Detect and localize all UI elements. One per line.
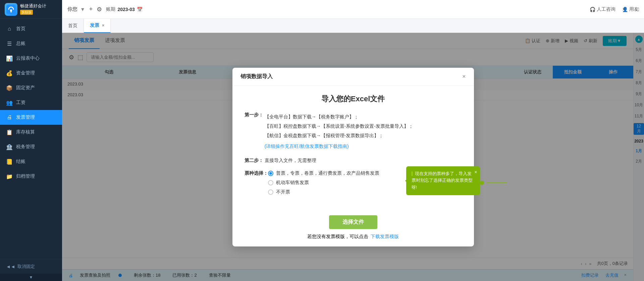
sidebar-item-funds[interactable]: 💰 资金管理 [0,66,62,80]
step2-content: 直接导入文件，无需整理 [265,158,316,164]
radio-2 [268,180,273,185]
funds-icon: 💰 [6,70,13,76]
sidebar-footer-cancel-pin[interactable]: ◄◄ 取消固定 [0,259,62,274]
radio-3 [268,189,273,195]
support-button[interactable]: 🎧 人工咨询 [590,6,615,12]
topbar: 你您 ▼ + ⚙ 账期 2023-03 📅 🎧 人工咨询 👤 用友 [62,0,644,19]
home-icon: ⌂ [6,25,13,32]
period-display: 账期 2023-03 📅 [106,6,142,12]
company-selector[interactable]: 你您 ▼ [67,6,85,12]
tab-home[interactable]: 首页 [62,19,84,33]
content-area: 销项发票 进项发票 📋 认证 ⊕ 新增 [62,33,644,281]
archive-icon: 📁 [6,173,13,180]
reports-icon: 📊 [6,55,13,62]
settings-icon[interactable]: ⚙ [97,6,102,13]
sidebar-item-tax[interactable]: 🏦 税务管理 [0,139,62,154]
sidebar-item-ledger[interactable]: ☰ 总账 [0,36,62,51]
dialog-close-button[interactable]: × [462,73,466,80]
company-dropdown-arrow: ▼ [80,6,85,12]
radio-1 [268,171,273,176]
headset-icon: 🎧 [590,7,595,12]
sidebar-item-payroll[interactable]: 👥 工资 [0,95,62,110]
sidebar-item-reports[interactable]: 📊 云报表中心 [0,51,62,66]
sidebar-item-archive[interactable]: 📁 归档管理 [0,169,62,184]
ticket-option-3[interactable]: 不开票 [268,189,379,195]
svg-point-1 [10,9,12,11]
step1-label: 第一步： [245,112,265,118]
sidebar-scroll-down[interactable]: ▼ [0,274,62,281]
sidebar-logo: 畅捷通好会计 旗舰版 [0,0,62,19]
tax-icon: 🏦 [6,144,13,150]
modal-overlay: 销项数据导入 × 导入您的Excel文件 第一步： 【全电平台】数据下载→【税务… [62,33,644,281]
step1-content: 【全电平台】数据下载→【税务数字账户】； 【百旺】税控盘数据下载→【系统设置-系… [265,112,413,151]
ledger-icon: ☰ [6,40,13,47]
indicator-dot [480,181,484,185]
ticket-option-2[interactable]: 机动车销售发票 [268,180,379,186]
window-controls: × □ [617,0,644,19]
download-template-link[interactable]: 下载发票模版 [371,234,399,239]
svg-rect-2 [10,11,12,12]
step2-label: 第二步： [245,158,265,164]
add-button[interactable]: + [89,6,93,13]
sidebar-nav: ⌂ 首页 ☰ 总账 📊 云报表中心 💰 资金管理 📦 固定资产 👥 工资 🖨 发… [0,19,62,259]
sidebar-item-home[interactable]: ⌂ 首页 [0,21,62,36]
invoice-icon: 🖨 [6,114,13,121]
dialog-title: 销项数据导入 [240,73,273,80]
tab-invoice[interactable]: 发票 × [84,19,111,33]
main-area: 你您 ▼ + ⚙ 账期 2023-03 📅 🎧 人工咨询 👤 用友 [62,0,644,281]
close-icon: 📒 [6,158,13,165]
sidebar-item-close[interactable]: 📒 结账 [0,154,62,169]
guide-link[interactable]: (详细操作见百旺/航信发票数据下载指南) [265,144,349,149]
logo-text: 畅捷通好会计 旗舰版 [20,3,46,15]
logo-icon [5,3,17,16]
dialog-header: 销项数据导入 × [232,68,474,86]
payroll-icon: 👥 [6,99,13,106]
tooltip-close[interactable]: × [474,168,477,176]
step-1: 第一步： 【全电平台】数据下载→【税务数字账户】； 【百旺】税控盘数据下载→【系… [245,112,462,151]
tooltip-bubble: 现在支持的票种多了，导入发票时别忘了选择正确的发票类型呀! × [406,166,480,195]
download-hint: 若您没有发票模版，可以点击 下载发票模版 [307,234,399,240]
sidebar-item-assets[interactable]: 📦 固定资产 [0,80,62,95]
calendar-icon[interactable]: 📅 [137,7,143,12]
dialog-body: 导入您的Excel文件 第一步： 【全电平台】数据下载→【税务数字账户】； 【百… [232,86,474,212]
ticket-option-1[interactable]: 普票，专票，卷票，通行费发票，农产品销售发票 [268,170,379,176]
ticket-label: 票种选择： [245,170,268,176]
sidebar: 畅捷通好会计 旗舰版 ⌂ 首页 ☰ 总账 📊 云报表中心 💰 资金管理 📦 固定… [0,0,62,281]
tab-close-invoice[interactable]: × [102,23,104,28]
ticket-options: 普票，专票，卷票，通行费发票，农产品销售发票 机动车销售发票 [268,170,379,195]
step-2: 第二步： 直接导入文件，无需整理 [245,158,462,164]
sidebar-item-inventory[interactable]: 📋 库存核算 [0,125,62,139]
tabs-bar: 首页 发票 × [62,19,644,33]
window-close-button[interactable]: × [617,3,631,16]
assets-icon: 📦 [6,85,13,91]
import-dialog: 销项数据导入 × 导入您的Excel文件 第一步： 【全电平台】数据下载→【税务… [232,68,474,246]
dialog-footer: 选择文件 若您没有发票模版，可以点击 下载发票模版 [232,212,474,246]
inventory-icon: 📋 [6,129,13,135]
select-file-button[interactable]: 选择文件 [329,215,377,229]
dialog-main-title: 导入您的Excel文件 [245,94,462,104]
window-maximize-button[interactable]: □ [631,3,644,16]
sidebar-item-invoice[interactable]: 🖨 发票管理 [0,110,62,125]
ticket-select: 票种选择： 普票，专票，卷票，通行费发票，农产品销售发票 [245,170,462,195]
